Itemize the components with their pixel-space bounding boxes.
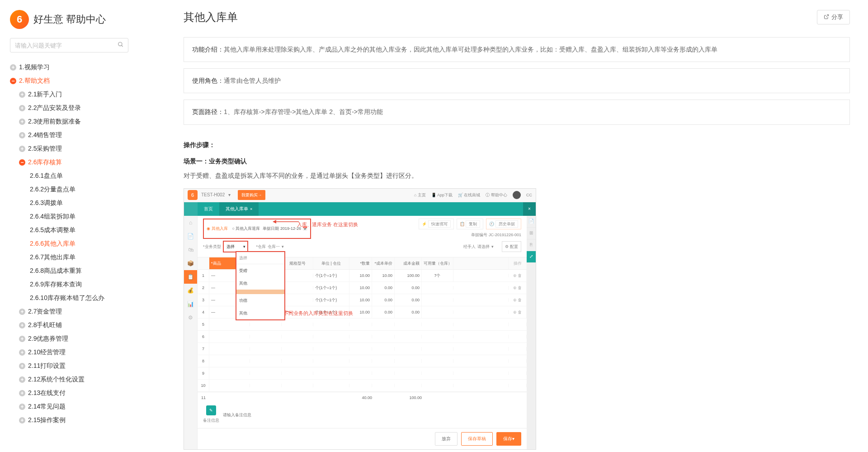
shot-tabs: 首页 其他入库单 × × — [184, 202, 536, 216]
nav-item[interactable]: +2.10经营管理 — [19, 346, 128, 359]
expand-icon: + — [19, 322, 25, 328]
nav-item[interactable]: +2.15操作案例 — [19, 414, 128, 427]
search-icon[interactable] — [118, 42, 124, 49]
shot-biztype-label: *业务类型 — [203, 243, 221, 251]
shot-maker-label: 经手人 — [463, 243, 476, 251]
nav-leaf[interactable]: 2.6.6其他入库单 — [30, 237, 128, 251]
nav-leaf[interactable]: 2.6.10库存账本错了怎么办 — [30, 291, 128, 305]
shot-footer: 放弃 保存草稿 保存▾ — [198, 428, 527, 449]
app-screenshot: 6 TEST-H002 ▾ 我要购买→ ⌂ 主页 📱 App下载 🛒 在线商城 … — [184, 188, 536, 450]
total-qty: 40.00 — [349, 394, 372, 402]
page-header: 其他入库单 分享 — [184, 10, 850, 24]
shot-setting-btn: ⚙ 配置 — [502, 241, 521, 252]
nav-item[interactable]: +2.3使用前数据准备 — [19, 115, 128, 128]
menu-icon: 📄 — [184, 229, 197, 243]
shot-wh-label: *仓库 — [256, 243, 266, 251]
intro-box: 功能介绍：其他入库单用来处理除采购入库、产成品入库之外的其他入库业务，因此其他入… — [184, 37, 850, 62]
share-icon — [824, 14, 829, 21]
nav-tree: +1.视频学习−2.帮助文档+2.1新手入门+2.2产品安装及登录+2.3使用前… — [10, 61, 128, 427]
nav-label: 2.2产品安装及登录 — [28, 104, 81, 112]
close-all-icon: × — [523, 202, 536, 216]
menu-icon: 🛍 — [184, 243, 197, 257]
nav-label: 2.9优惠券管理 — [28, 335, 68, 343]
expand-icon: + — [19, 132, 25, 138]
th-unit: 单位 | 仓位 — [313, 257, 349, 269]
expand-icon: + — [19, 417, 25, 423]
shot-leftbar: ⌂ 📄 🛍 📦 📋 💰 📊 ⚙ — [184, 216, 198, 449]
table-row: 5 — [198, 319, 527, 331]
expand-icon: + — [19, 309, 25, 315]
nav-item[interactable]: −2.6库存核算 — [19, 156, 128, 169]
shot-doc-type-2: ○ 其他入库退库 — [232, 224, 260, 233]
scene1-text: 对于受赠、盘盈或是拆装入库等不同的业务，是通过单据头【业务类型】进行区分。 — [184, 169, 850, 182]
nav-label: 2.5采购管理 — [28, 145, 62, 153]
nav-item[interactable]: +2.14常见问题 — [19, 400, 128, 414]
nav-item[interactable]: +1.视频学习 — [10, 61, 128, 74]
shot-env: TEST-H002 — [201, 190, 225, 200]
nav-item[interactable]: +2.11打印设置 — [19, 359, 128, 373]
role-label: 使用角色： — [192, 77, 224, 84]
shot-remark-input — [223, 413, 521, 417]
th-spec: 规格型号 — [282, 257, 313, 269]
collapse-icon: − — [19, 159, 25, 166]
nav-label: 2.3使用前数据准备 — [28, 118, 81, 126]
expand-icon: + — [19, 390, 25, 396]
share-label: 分享 — [831, 13, 843, 21]
shot-topbar: 6 TEST-H002 ▾ 我要购买→ ⌂ 主页 📱 App下载 🛒 在线商城 … — [184, 189, 536, 202]
nav-item[interactable]: +2.4销售管理 — [19, 128, 128, 142]
main-content: 其他入库单 分享 功能介绍：其他入库单用来处理除采购入库、产成品入库之外的其他入… — [138, 0, 868, 452]
nav-leaf[interactable]: 2.6.4组装拆卸单 — [30, 210, 128, 224]
tool-icon: ⎘ — [527, 239, 536, 251]
nav-item[interactable]: +2.1新手入门 — [19, 88, 128, 101]
nav-item[interactable]: +2.2产品安装及登录 — [19, 101, 128, 115]
menu-icon: 📦 — [184, 257, 197, 270]
shot-user: CC — [526, 191, 532, 199]
nav-label: 2.6库存核算 — [28, 158, 62, 167]
shot-main: ◉ 其他入库 ○ 其他入库退库 单据日期 2019-12-26 📅 ⚡ 快速填写… — [198, 216, 527, 449]
nav-item[interactable]: +2.13在线支付 — [19, 386, 128, 400]
share-button[interactable]: 分享 — [817, 10, 850, 24]
nav-item[interactable]: +2.9优惠券管理 — [19, 332, 128, 346]
nav-leaf[interactable]: 2.6.8商品成本重算 — [30, 264, 128, 278]
table-row: 9 — [198, 367, 527, 380]
arrow-icon: ▾ — [228, 190, 231, 200]
remark-icon: ✎ — [206, 405, 216, 415]
nav-leaf[interactable]: 2.6.1盘点单 — [30, 169, 128, 183]
menu-icon: ⌂ — [184, 216, 197, 229]
nav-label: 2.1新手入门 — [28, 90, 62, 99]
path-label: 页面路径： — [192, 108, 224, 115]
menu-icon: 📊 — [184, 297, 197, 311]
nav-label: 2.14常见问题 — [28, 403, 66, 411]
nav-leaf[interactable]: 2.6.3调拨单 — [30, 196, 128, 210]
nav-item[interactable]: +2.7资金管理 — [19, 305, 128, 319]
nav-leaf[interactable]: 2.6.5成本调整单 — [30, 224, 128, 237]
nav-item[interactable]: −2.帮助文档 — [10, 74, 128, 88]
nav-label: 2.8手机旺铺 — [28, 321, 62, 329]
nav-item[interactable]: +2.5采购管理 — [19, 142, 128, 156]
logo-area: 6 好生意 帮助中心 — [10, 10, 128, 29]
logo-icon: 6 — [10, 10, 29, 29]
nav-leaf[interactable]: 2.6.9库存账本查询 — [30, 278, 128, 291]
nav-label: 2.帮助文档 — [19, 77, 50, 85]
shot-remark: ✎ 备注信息 — [198, 402, 527, 428]
tool-icon: ⊞ — [527, 228, 536, 239]
shot-link-help: ⓘ 帮助中心 — [486, 191, 507, 199]
path-box: 页面路径：1、库存核算->库存管理->其他入库单 2、首页->常用功能 — [184, 100, 850, 124]
nav-leaf[interactable]: 2.6.7其他出库单 — [30, 251, 128, 264]
th-price: *成本单价 — [372, 257, 395, 269]
nav-item[interactable]: +2.12系统个性化设置 — [19, 373, 128, 386]
expand-icon: + — [19, 404, 25, 410]
nav-item[interactable]: +2.8手机旺铺 — [19, 319, 128, 332]
shot-rightbar: 📄 ⊞ ⎘ ⤢ — [527, 216, 536, 449]
menu-icon-active: 📋 — [184, 270, 197, 284]
path-text: 1、库存核算->库存管理->其他入库单 2、首页->常用功能 — [224, 108, 383, 115]
shot-link-mall: 🛒 在线商城 — [458, 191, 481, 199]
total-amt: 100.00 — [395, 394, 422, 402]
shot-dd-item: 其他 — [236, 307, 284, 319]
shot-dd-item — [236, 290, 284, 294]
search-input[interactable] — [10, 38, 128, 52]
nav-leaf[interactable]: 2.6.2分量盘点单 — [30, 183, 128, 196]
shot-tool-fast: ⚡ 快速填写 — [419, 219, 454, 229]
svg-line-1 — [122, 45, 123, 47]
shot-logo-icon: 6 — [188, 190, 198, 200]
